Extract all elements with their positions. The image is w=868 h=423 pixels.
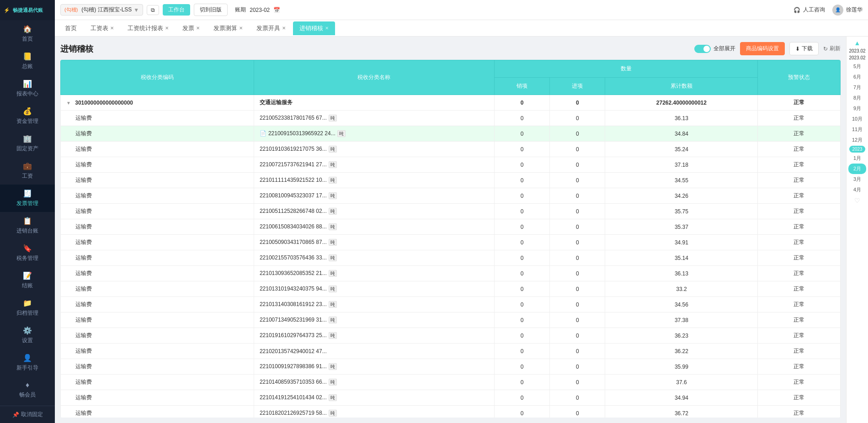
month-4[interactable]: 4月 [847, 185, 868, 195]
tab-invoice-issue-close-icon[interactable]: ✕ [282, 26, 286, 31]
table-row[interactable]: 运输费 221010091927898386 91...吨 0 0 35.99 … [61, 359, 841, 375]
sidebar-item-member[interactable]: ♦ 畅会员 [0, 376, 55, 403]
table-row[interactable]: 运输费 221005233817801765 67...吨 0 0 36.13 … [61, 111, 841, 126]
table-row[interactable]: 运输费 221013093652085352 21...吨 0 0 36.13 … [61, 266, 841, 281]
tab-invoice-issue[interactable]: 发票开具 ✕ [250, 21, 292, 35]
month-12[interactable]: 12月 [847, 135, 868, 145]
sidebar-item-archive[interactable]: 📁 归档管理 [0, 294, 55, 322]
item-name-cell: 运输费 [61, 204, 254, 219]
tab-invoice-close-icon[interactable]: ✕ [196, 26, 200, 31]
month-8[interactable]: 8月 [847, 93, 868, 103]
item-invoice-cell: 221020135742940012 47... [254, 344, 494, 359]
table-row[interactable]: 运输费 221019103619217075 36...吨 0 0 35.24 … [61, 142, 841, 157]
unit-flag: 吨 [329, 115, 337, 122]
table-row[interactable]: 运输费 221008100945323037 17...吨 0 0 34.26 … [61, 188, 841, 204]
table-row[interactable]: 运输费 221011111435921522 10...吨 0 0 34.55 … [61, 173, 841, 188]
month-11[interactable]: 11月 [847, 124, 868, 135]
item-purchase-cell: 0 [550, 406, 605, 418]
switch-version-button[interactable]: 切到旧版 [194, 4, 228, 16]
sidebar-item-assets[interactable]: 🏢 固定资产 [0, 130, 55, 157]
item-purchase-cell: 0 [550, 312, 605, 328]
month-3[interactable]: 3月 [847, 174, 868, 185]
item-sales-cell: 0 [495, 157, 550, 173]
item-status-cell: 正常 [758, 173, 841, 188]
workbench-button[interactable]: 工作台 [163, 4, 190, 16]
user-name: 徐莲华 [846, 6, 863, 14]
item-status-cell: 正常 [758, 359, 841, 375]
th-purchase: 进项 [550, 78, 605, 95]
item-invoice-cell: 221014085935710353 66...吨 [254, 375, 494, 390]
timeline-up-arrow[interactable]: ▲ [854, 38, 861, 48]
th-sales: 销项 [495, 78, 550, 95]
sidebar-item-settings[interactable]: ⚙️ 设置 [0, 322, 55, 349]
sidebar-item-ledger[interactable]: 📒 总账 [0, 48, 55, 75]
pin-toggle[interactable]: 📌 取消固定 [0, 406, 55, 423]
sidebar-item-tax[interactable]: 🔖 税务管理 [0, 239, 55, 267]
tab-salary-report-close-icon[interactable]: ✕ [165, 26, 169, 31]
table-row[interactable]: 运输费 221005112528266748 02...吨 0 0 35.75 … [61, 204, 841, 219]
table-row[interactable]: 运输费 221013101943240375 94...吨 0 0 33.2 正… [61, 281, 841, 297]
sidebar-item-reports[interactable]: 📊 报表中心 [0, 75, 55, 102]
table-row[interactable]: ▼ 3010000000000000000 交通运输服务 0 0 27262.4… [61, 95, 841, 111]
copy-button[interactable]: ⧉ [147, 5, 159, 15]
support-info[interactable]: 🎧 人工咨询 [793, 6, 825, 14]
month-10[interactable]: 10月 [847, 114, 868, 124]
table-row[interactable]: 运输费 221018202126925719 58...吨 0 0 36.72 … [61, 406, 841, 418]
month-6[interactable]: 6月 [847, 72, 868, 82]
month-5[interactable]: 5月 [847, 61, 868, 72]
tab-salary-close-icon[interactable]: ✕ [110, 26, 114, 31]
table-row[interactable]: 运输费 221006150834034026 88...吨 0 0 35.37 … [61, 219, 841, 235]
sidebar-item-salary[interactable]: 💼 工资 [0, 157, 55, 185]
refresh-icon: ↻ [823, 46, 828, 52]
refresh-button[interactable]: ↻ 刷新 [823, 45, 841, 53]
year-label-2: 2023.02 [849, 54, 865, 61]
item-status-cell: 正常 [758, 266, 841, 281]
tab-invoice-calc-close-icon[interactable]: ✕ [239, 26, 243, 31]
tab-home[interactable]: 首页 [59, 21, 83, 35]
table-row[interactable]: 运输费 221014191254101434 02...吨 0 0 34.94 … [61, 390, 841, 406]
month-2[interactable]: 2月 [848, 164, 866, 174]
tab-sales-check[interactable]: 进销稽核 ✕ [293, 21, 335, 35]
month-7[interactable]: 7月 [847, 82, 868, 93]
item-invoice-cell: 221013101943240375 94...吨 [254, 281, 494, 297]
item-cumulative-cell: 37.6 [605, 375, 758, 390]
product-code-settings-button[interactable]: 商品编码设置 [740, 42, 785, 55]
table-row[interactable]: 运输费 221002155703576436 33...吨 0 0 35.14 … [61, 250, 841, 266]
table-row[interactable]: 运输费 221013140308161912 23...吨 0 0 34.56 … [61, 297, 841, 312]
month-9[interactable]: 9月 [847, 103, 868, 114]
item-status-cell: 正常 [758, 235, 841, 250]
sidebar-item-closing[interactable]: 📝 结账 [0, 267, 55, 294]
calendar-icon[interactable]: 📅 [273, 7, 280, 13]
sidebar-item-invoice[interactable]: 🧾 发票管理 [0, 185, 55, 212]
expand-icon[interactable]: ▼ [66, 100, 71, 106]
header-right: 🎧 人工咨询 👤 徐莲华 [793, 5, 863, 16]
funds-icon: 💰 [23, 107, 32, 116]
sidebar-item-home[interactable]: 🏠 首页 [0, 20, 55, 48]
table-row[interactable]: 运输费 221019161029764373 25...吨 0 0 36.23 … [61, 328, 841, 344]
item-invoice-cell: 221007134905231969 31...吨 [254, 312, 494, 328]
expand-toggle[interactable] [694, 45, 711, 53]
download-label: 下载 [802, 45, 813, 53]
table-row[interactable]: 运输费 📄221009150313965922 24...吨 0 0 34.84… [61, 126, 841, 142]
table-row[interactable]: 运输费 221020135742940012 47... 0 0 36.22 正… [61, 344, 841, 359]
sidebar-label-invoice: 发票管理 [16, 200, 38, 207]
user-profile[interactable]: 👤 徐莲华 [832, 5, 863, 16]
download-button[interactable]: ⬇ 下载 [789, 42, 819, 55]
tab-invoice[interactable]: 发票 ✕ [176, 21, 206, 35]
sidebar-item-guide[interactable]: 👤 新手引导 [0, 349, 55, 376]
month-1[interactable]: 1月 [847, 153, 868, 164]
table-row[interactable]: 运输费 221005090343170865 87...吨 0 0 34.91 … [61, 235, 841, 250]
sidebar-item-purchase-sales[interactable]: 📋 进销台账 [0, 212, 55, 239]
tab-salary-table[interactable]: 工资表 ✕ [84, 21, 120, 35]
table-row[interactable]: 运输费 221007134905231969 31...吨 0 0 37.38 … [61, 312, 841, 328]
sidebar-item-funds[interactable]: 💰 资金管理 [0, 102, 55, 130]
company-selector[interactable]: (勾稽) (勾稽) 江西报宝-LSS ▼ [60, 4, 143, 16]
item-name-cell: 运输费 [61, 266, 254, 281]
item-purchase-cell: 0 [550, 344, 605, 359]
table-row[interactable]: 运输费 221007215737621941 27...吨 0 0 37.18 … [61, 157, 841, 173]
item-purchase-cell: 0 [550, 204, 605, 219]
tab-sales-check-close-icon[interactable]: ✕ [325, 26, 329, 31]
table-row[interactable]: 运输费 221014085935710353 66...吨 0 0 37.6 正… [61, 375, 841, 390]
tab-invoice-calc[interactable]: 发票测算 ✕ [207, 21, 249, 35]
tab-salary-report[interactable]: 工资统计报表 ✕ [121, 21, 175, 35]
